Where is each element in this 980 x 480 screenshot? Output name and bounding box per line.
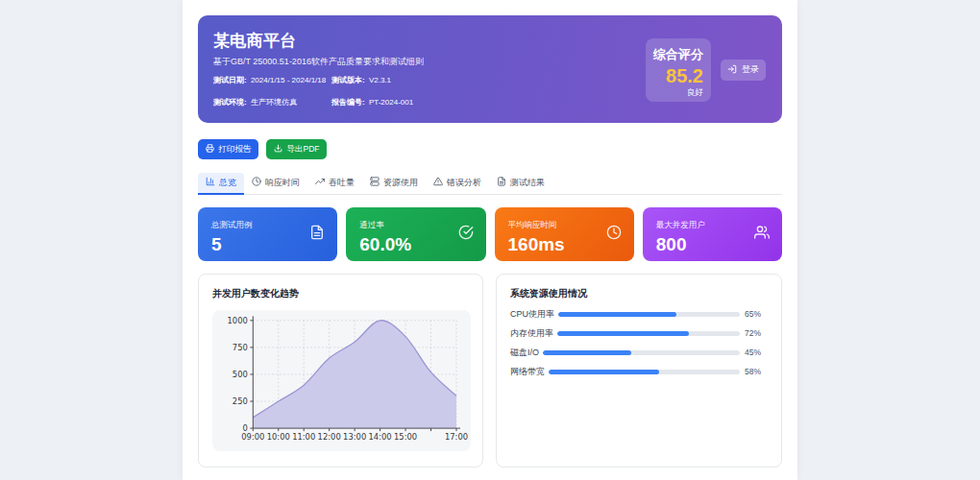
- file-text-icon: [497, 177, 506, 188]
- svg-text:10:00: 10:00: [267, 432, 290, 442]
- tab-label: 吞吐量: [329, 178, 355, 187]
- page-subtitle: 基于GB/T 25000.51-2016软件产品质量要求和测试细则: [213, 56, 646, 68]
- stat-label: 最大并发用户: [656, 220, 769, 231]
- check-circle-icon: [458, 225, 474, 244]
- meta-test-version: 测试版本: V2.3.1: [331, 75, 413, 85]
- bottom-panels: 并发用户数变化趋势 0250500750100009:0010:0011:001…: [198, 274, 782, 468]
- svg-text:15:00: 15:00: [394, 432, 417, 442]
- resource-bar-track: [549, 370, 740, 374]
- svg-text:09:00: 09:00: [241, 432, 264, 442]
- trending-up-icon: [315, 177, 325, 188]
- print-report-label: 打印报告: [219, 144, 252, 156]
- tab-label: 资源使用: [383, 178, 418, 187]
- meta-test-date: 测试日期: 2024/1/15 - 2024/1/18: [213, 75, 331, 85]
- stat-card-green: 通过率60.0%: [346, 207, 485, 261]
- tab-测试结果[interactable]: 测试结果: [489, 173, 552, 195]
- resource-row-2: 内存使用率72%: [510, 324, 768, 343]
- score-label: 综合评分: [653, 46, 703, 63]
- actions-row: 打印报告 导出PDF: [198, 139, 782, 159]
- export-pdf-label: 导出PDF: [287, 144, 320, 156]
- stat-label: 总测试用例: [211, 220, 324, 231]
- users-icon: [754, 225, 770, 244]
- resource-bar-track: [557, 331, 740, 336]
- resource-row-3: 磁盘I/O45%: [510, 343, 768, 362]
- resource-rows: CPU使用率65%内存使用率72%磁盘I/O45%网络带宽58%: [510, 304, 768, 381]
- svg-text:250: 250: [233, 396, 248, 406]
- stat-card-purple: 最大并发用户800: [643, 207, 782, 261]
- svg-text:14:00: 14:00: [369, 432, 392, 442]
- resource-row-4: 网络带宽58%: [510, 362, 768, 381]
- svg-text:500: 500: [233, 370, 248, 379]
- resource-label: 磁盘I/O: [510, 347, 539, 359]
- stat-cards: 总测试用例5通过率60.0%平均响应时间160ms最大并发用户800: [198, 207, 782, 261]
- resource-percent: 45%: [744, 348, 768, 357]
- svg-text:750: 750: [233, 343, 248, 352]
- meta-test-env: 测试环境: 生产环境仿真: [213, 97, 331, 108]
- clock-icon: [252, 177, 261, 188]
- resource-bar-track: [543, 350, 740, 355]
- alert-triangle-icon: [433, 177, 443, 188]
- header-right: 综合评分 85.2 良好 登录: [646, 30, 766, 109]
- svg-text:13:00: 13:00: [343, 432, 366, 442]
- svg-text:1000: 1000: [227, 316, 247, 325]
- resource-percent: 65%: [744, 309, 768, 319]
- resource-percent: 72%: [744, 328, 768, 338]
- resource-bar-fill: [549, 370, 659, 374]
- tab-label: 总览: [219, 178, 236, 187]
- stat-value: 60.0%: [359, 234, 472, 255]
- resources-panel: 系统资源使用情况 CPU使用率65%内存使用率72%磁盘I/O45%网络带宽58…: [496, 274, 782, 468]
- tab-bar: 总览响应时间吞吐量资源使用错误分析测试结果: [198, 173, 782, 195]
- tab-吞吐量[interactable]: 吞吐量: [307, 173, 362, 195]
- print-report-button[interactable]: 打印报告: [198, 139, 258, 159]
- tab-错误分析[interactable]: 错误分析: [426, 173, 489, 195]
- login-button[interactable]: 登录: [721, 60, 766, 81]
- resource-bar-fill: [558, 312, 676, 317]
- header-info: 某电商平台 基于GB/T 25000.51-2016软件产品质量要求和测试细则 …: [213, 30, 646, 109]
- printer-icon: [206, 144, 214, 155]
- stat-label: 平均响应时间: [508, 220, 621, 231]
- server-icon: [370, 177, 380, 188]
- login-icon: [727, 64, 737, 76]
- concurrent-users-chart: 0250500750100009:0010:0011:0012:0013:001…: [212, 310, 471, 451]
- meta-report-id: 报告编号: PT-2024-001: [331, 97, 413, 108]
- resource-row-1: CPU使用率65%: [510, 304, 768, 324]
- resource-label: CPU使用率: [510, 308, 554, 321]
- stat-card-blue: 总测试用例5: [198, 207, 337, 261]
- resource-bar-track: [558, 312, 740, 317]
- stat-value: 160ms: [508, 234, 621, 255]
- svg-text:12:00: 12:00: [318, 432, 341, 442]
- report-page: 某电商平台 基于GB/T 25000.51-2016软件产品质量要求和测试细则 …: [183, 0, 797, 480]
- tab-label: 测试结果: [510, 178, 545, 187]
- trend-panel-title: 并发用户数变化趋势: [212, 287, 469, 300]
- stat-label: 通过率: [359, 220, 472, 231]
- score-grade: 良好: [653, 87, 703, 99]
- download-icon: [274, 144, 282, 155]
- resources-panel-title: 系统资源使用情况: [510, 287, 768, 300]
- area-chart-svg: 0250500750100009:0010:0011:0012:0013:001…: [212, 310, 471, 451]
- report-header: 某电商平台 基于GB/T 25000.51-2016软件产品质量要求和测试细则 …: [198, 15, 782, 123]
- stat-value: 5: [211, 234, 324, 255]
- resource-label: 内存使用率: [510, 327, 553, 340]
- resource-bar-fill: [543, 350, 631, 355]
- trend-panel: 并发用户数变化趋势 0250500750100009:0010:0011:001…: [198, 274, 483, 468]
- resource-percent: 58%: [744, 367, 768, 376]
- tab-资源使用[interactable]: 资源使用: [362, 173, 426, 195]
- export-pdf-button[interactable]: 导出PDF: [266, 139, 327, 159]
- clock-icon: [606, 225, 622, 244]
- stat-card-orange: 平均响应时间160ms: [495, 207, 634, 261]
- page-title: 某电商平台: [213, 30, 646, 52]
- file-text-icon: [309, 225, 325, 244]
- bar-chart-icon: [206, 177, 215, 188]
- stat-value: 800: [656, 234, 769, 255]
- svg-text:11:00: 11:00: [292, 432, 315, 442]
- resource-bar-fill: [557, 331, 689, 336]
- test-meta: 测试日期: 2024/1/15 - 2024/1/18 测试版本: V2.3.1…: [213, 75, 646, 108]
- tab-响应时间[interactable]: 响应时间: [244, 173, 307, 195]
- tab-label: 响应时间: [265, 178, 300, 187]
- login-label: 登录: [742, 63, 759, 76]
- resource-label: 网络带宽: [510, 366, 545, 378]
- svg-text:17:00: 17:00: [445, 432, 468, 442]
- overall-score-box: 综合评分 85.2 良好: [646, 38, 711, 102]
- tab-总览[interactable]: 总览: [198, 173, 244, 195]
- tab-label: 错误分析: [447, 178, 481, 187]
